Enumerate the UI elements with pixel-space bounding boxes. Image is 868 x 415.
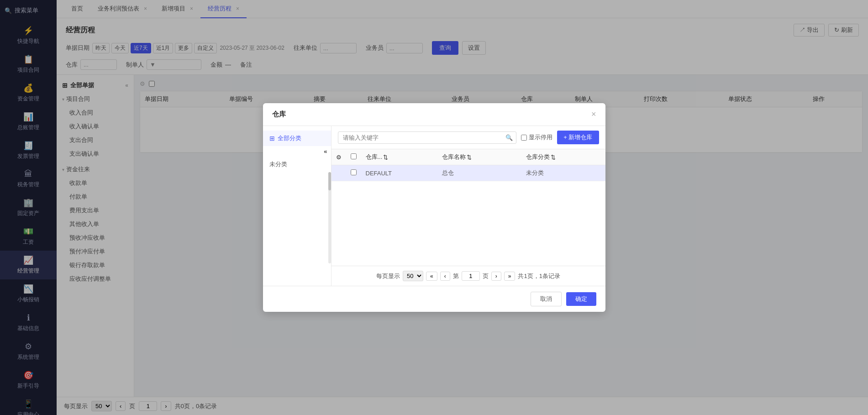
modal-left-collapse[interactable]: « [263, 146, 331, 157]
row-select-checkbox[interactable] [351, 169, 357, 175]
col-gear: ⚙ [331, 149, 346, 165]
modal-page-input[interactable] [462, 271, 480, 281]
table-select-all[interactable] [351, 153, 357, 159]
modal-last-page[interactable]: » [504, 272, 516, 281]
modal-left-panel: ⊞ 全部分类 « 未分类 [263, 126, 331, 286]
col-warehouse-code[interactable]: 仓库... ⇅ [361, 149, 438, 165]
modal-per-page-label: 每页显示 [376, 272, 400, 280]
sort-warehouse-category[interactable]: 仓库分类 ⇅ [526, 153, 556, 161]
gear-icon-table: ⚙ [336, 154, 342, 161]
confirm-button[interactable]: 确定 [566, 292, 596, 306]
modal-search-input[interactable] [338, 131, 517, 144]
modal-category-all[interactable]: ⊞ 全部分类 [263, 131, 331, 146]
row-category: 未分类 [521, 165, 605, 181]
modal-table: ⚙ 仓库... ⇅ 仓库名称 [331, 149, 605, 266]
show-disabled-checkbox[interactable] [521, 135, 527, 141]
col-checkbox [346, 149, 361, 165]
modal-show-disabled-label[interactable]: 显示停用 [521, 133, 552, 142]
modal-unclassified-label: 未分类 [269, 161, 287, 168]
modal-right-toolbar: 🔍 显示停用 + 新增仓库 [331, 126, 605, 149]
sort-icon-3: ⇅ [551, 154, 556, 161]
modal-total-label: 共1页，1条记录 [518, 272, 560, 280]
modal-right-panel: 🔍 显示停用 + 新增仓库 ⚙ [331, 126, 605, 286]
modal-search: 🔍 [338, 131, 517, 144]
modal-pagination: 每页显示 50 « ‹ 第 页 › » 共1页，1条记录 [331, 266, 605, 286]
modal-next-page[interactable]: › [491, 272, 501, 281]
modal-page-label-pre: 第 [453, 272, 459, 280]
row-name: 总仓 [437, 165, 521, 181]
add-warehouse-button[interactable]: + 新增仓库 [557, 131, 599, 144]
modal-unclassified[interactable]: 未分类 [263, 157, 331, 172]
row-checkbox [346, 165, 361, 181]
show-disabled-text: 显示停用 [529, 133, 552, 142]
row-gear [331, 165, 346, 181]
scrollbar-track [328, 172, 331, 263]
modal-title: 仓库 [272, 110, 286, 119]
warehouse-table: ⚙ 仓库... ⇅ 仓库名称 [331, 149, 605, 181]
modal-footer: 取消 确定 [263, 286, 605, 312]
sort-warehouse-name[interactable]: 仓库名称 ⇅ [442, 153, 472, 161]
modal-first-page[interactable]: « [426, 272, 437, 281]
modal-page-label: 页 [483, 272, 489, 280]
collapse-icon: « [324, 148, 327, 155]
grid-icon-modal: ⊞ [269, 135, 275, 142]
modal-search-icon: 🔍 [505, 134, 513, 141]
modal-all-category-label: 全部分类 [278, 134, 301, 142]
row-code: DEFAULT [361, 165, 438, 181]
modal-header: 仓库 × [263, 103, 605, 126]
modal-body: ⊞ 全部分类 « 未分类 [263, 126, 605, 286]
modal-per-page-select[interactable]: 50 [403, 271, 423, 281]
modal-close-button[interactable]: × [591, 110, 596, 119]
scrollbar-thumb[interactable] [328, 172, 331, 190]
table-row[interactable]: DEFAULT 总仓 未分类 [331, 165, 605, 181]
sort-icon: ⇅ [383, 154, 388, 161]
modal-overlay[interactable]: 仓库 × ⊞ 全部分类 « 未分类 [0, 0, 868, 415]
cancel-button[interactable]: 取消 [531, 292, 562, 306]
sort-warehouse-code[interactable]: 仓库... ⇅ [366, 153, 389, 161]
modal-left-scroll-area [263, 172, 331, 263]
col-warehouse-category[interactable]: 仓库分类 ⇅ [521, 149, 605, 165]
modal-prev-page[interactable]: ‹ [440, 272, 450, 281]
col-warehouse-name[interactable]: 仓库名称 ⇅ [437, 149, 521, 165]
sort-icon-2: ⇅ [467, 154, 472, 161]
warehouse-modal: 仓库 × ⊞ 全部分类 « 未分类 [263, 103, 605, 312]
